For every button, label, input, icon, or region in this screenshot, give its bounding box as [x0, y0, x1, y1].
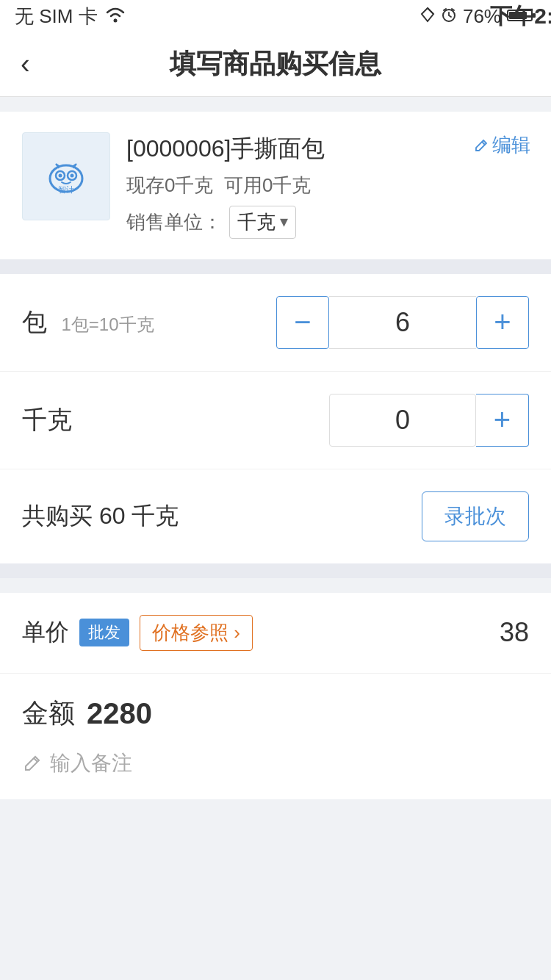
remark-placeholder[interactable]: 输入备注 [50, 749, 132, 777]
svg-text:智计: 智计 [58, 185, 74, 194]
edit-icon [22, 753, 43, 774]
page-title: 填写商品购买信息 [170, 46, 381, 82]
product-logo: 智计 [44, 158, 88, 195]
price-section: 单价 批发 价格参照 › 38 金额 2280 输入备注 [0, 593, 551, 799]
package-sublabel: 1包=10千克 [61, 314, 154, 334]
amount-section: 金额 2280 输入备注 [0, 674, 551, 799]
package-row: 包 1包=10千克 − + [0, 274, 551, 372]
product-unit-row: 销售单位： 千克 ▾ [126, 206, 529, 239]
divider-1 [0, 259, 551, 274]
total-label: 共购买 60 千克 [22, 500, 179, 533]
divider-2 [0, 563, 551, 578]
batch-tag: 批发 [79, 619, 129, 646]
package-qty-input[interactable] [329, 296, 476, 349]
price-value: 38 [500, 617, 529, 648]
kilogram-row: 千克 + [0, 372, 551, 469]
nav-bar: ‹ 填写商品购买信息 [0, 32, 551, 97]
status-left: 无 SIM 卡 [15, 4, 127, 29]
amount-row: 金额 2280 [22, 696, 529, 732]
product-stock: 现存0千克 可用0千克 [126, 173, 529, 198]
amount-label: 金额 [22, 696, 75, 732]
kilogram-qty-control: + [329, 394, 529, 447]
package-increase-btn[interactable]: + [476, 296, 529, 349]
remark-row[interactable]: 输入备注 [22, 749, 529, 777]
kilogram-label: 千克 [22, 403, 329, 437]
package-qty-control: − + [276, 296, 529, 349]
kilogram-qty-input[interactable] [329, 394, 476, 447]
wifi-icon [104, 5, 127, 28]
svg-point-8 [59, 174, 62, 178]
edit-button[interactable]: 编辑 [473, 132, 530, 158]
price-ref-button[interactable]: 价格参照 › [140, 615, 253, 651]
svg-point-0 [113, 18, 117, 22]
product-image: 智计 [22, 132, 110, 220]
back-button[interactable]: ‹ [21, 48, 30, 80]
product-card: 智计 [0000006]手撕面包 现存0千克 可用0千克 销售单位： 千克 ▾ … [0, 112, 551, 259]
status-bar: 无 SIM 卡 下午2:56 [0, 0, 551, 32]
product-name: [0000006]手撕面包 [126, 132, 529, 165]
kilogram-increase-btn[interactable]: + [476, 394, 529, 447]
amount-value: 2280 [87, 697, 152, 730]
package-label: 包 1包=10千克 [22, 306, 276, 339]
status-time: 下午2:56 [490, 1, 551, 32]
unit-select[interactable]: 千克 ▾ [229, 206, 296, 239]
price-label: 单价 [22, 616, 69, 649]
product-info: [0000006]手撕面包 现存0千克 可用0千克 销售单位： 千克 ▾ [126, 132, 529, 239]
record-batch-button[interactable]: 录批次 [422, 491, 529, 541]
package-decrease-btn[interactable]: − [276, 296, 329, 349]
total-row: 共购买 60 千克 录批次 [0, 469, 551, 563]
svg-point-9 [71, 174, 74, 178]
empty-space [0, 799, 551, 980]
location-icon [420, 5, 435, 28]
alarm-icon [441, 5, 457, 28]
price-row: 单价 批发 价格参照 › 38 [0, 593, 551, 674]
no-sim-label: 无 SIM 卡 [15, 4, 98, 29]
